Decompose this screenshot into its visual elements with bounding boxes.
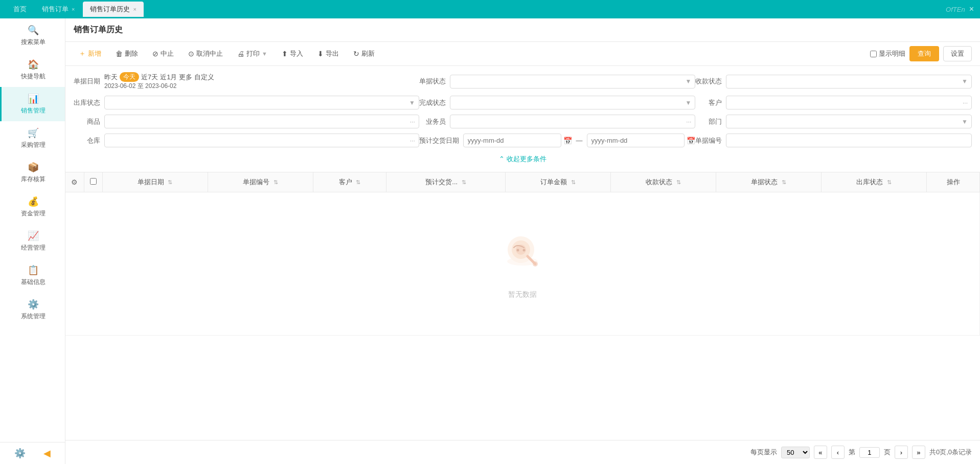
sidebar-item-purchase-mgmt[interactable]: 🛒采购管理: [0, 121, 65, 156]
tab-close-icon[interactable]: ×: [72, 6, 75, 12]
col-action: 操作: [927, 172, 980, 192]
query-button[interactable]: 查询: [909, 46, 939, 61]
sort-date-icon[interactable]: ⇅: [168, 179, 172, 185]
sidebar-item-quick-nav[interactable]: 🏠快捷导航: [0, 53, 65, 87]
import-button[interactable]: ⬆ 导入: [277, 47, 308, 61]
sys-mgmt-icon: ⚙️: [28, 299, 39, 310]
calendar-start-icon[interactable]: 📅: [563, 137, 572, 145]
date-more[interactable]: 更多: [179, 73, 192, 82]
last-page-btn[interactable]: »: [912, 446, 925, 459]
prev-page-btn[interactable]: ‹: [831, 446, 845, 459]
page-size-select[interactable]: 50 10 20 100: [781, 447, 810, 458]
select-all-checkbox[interactable]: [90, 178, 97, 185]
sidebar-item-sales-mgmt[interactable]: 📊销售管理: [0, 87, 65, 121]
sort-amount-icon[interactable]: ⇅: [571, 179, 576, 185]
sidebar-item-sys-mgmt[interactable]: ⚙️系统管理: [0, 293, 65, 327]
cancel-stop-button[interactable]: ⊙ 取消中止: [183, 47, 228, 61]
sidebar: 🔍搜索菜单🏠快捷导航📊销售管理🛒采购管理📦库存核算💰资金管理📈经营管理📋基础信息…: [0, 18, 65, 464]
date-7days[interactable]: 近7天: [141, 73, 158, 82]
page-total: 共0页,0条记录: [929, 448, 972, 457]
filter-date: 单据日期 昨天 今天 近7天 近1月 更多 自定义 2023-06-02 至 2…: [74, 72, 419, 91]
tab-销售订单历史[interactable]: 销售订单历史×: [83, 2, 143, 17]
filter-delivery-date: 预计交货日期 📅 — 📅: [419, 134, 696, 147]
complete-select-wrap: ▼: [450, 96, 696, 109]
delivery-date-end[interactable]: [587, 134, 685, 147]
doc-status-label: 单据状态: [419, 77, 450, 86]
sidebar-bottom: ⚙️ ◀: [0, 442, 65, 464]
customer-input[interactable]: [726, 96, 972, 109]
date-1month[interactable]: 近1月: [160, 73, 177, 82]
stop-button[interactable]: ⊘ 中止: [147, 47, 179, 61]
filter-row-3: 商品 ··· 业务员 ··· 部门: [74, 115, 972, 128]
filter-goods: 商品 ···: [74, 115, 419, 128]
goods-input-wrap: ···: [104, 115, 419, 128]
sidebar-item-inventory[interactable]: 📦库存核算: [0, 156, 65, 190]
sort-doc-status-icon[interactable]: ⇅: [782, 179, 786, 185]
sidebar-item-basic-info[interactable]: 📋基础信息: [0, 258, 65, 293]
sidebar-label-basic-info: 基础信息: [21, 278, 45, 286]
sidebar-settings-icon[interactable]: ⚙️: [14, 448, 26, 459]
col-delivery: 预计交货... ⇅: [386, 172, 505, 192]
goods-label: 商品: [74, 117, 104, 126]
refresh-button[interactable]: ↻ 刷新: [348, 47, 380, 61]
collapse-row[interactable]: ⌃ 收起更多条件: [74, 152, 972, 166]
doc-no-input[interactable]: [726, 134, 972, 147]
print-button[interactable]: 🖨 打印 ▼: [232, 47, 272, 61]
display-toggle[interactable]: 显示明细: [870, 49, 905, 58]
date-today[interactable]: 今天: [120, 72, 139, 82]
pagination: 每页显示 50 10 20 100 « ‹ 第 页 › » 共0页,0条记录: [65, 440, 980, 464]
col-out-stock: 出库状态 ⇅: [822, 172, 927, 192]
set-button[interactable]: 设置: [943, 46, 972, 61]
goods-input[interactable]: [104, 115, 419, 128]
doc-no-label: 单据编号: [695, 136, 726, 145]
sidebar-item-operations[interactable]: 📈经营管理: [0, 224, 65, 258]
tab-首页[interactable]: 首页: [6, 2, 34, 17]
tab-close-icon[interactable]: ×: [133, 6, 136, 12]
sidebar-item-finance[interactable]: 💰资金管理: [0, 190, 65, 224]
next-page-btn[interactable]: ›: [895, 446, 908, 459]
tab-bar: 首页销售订单×销售订单历史×: [6, 2, 946, 17]
sort-pay-status-icon[interactable]: ⇅: [676, 179, 681, 185]
complete-select[interactable]: [450, 96, 696, 109]
display-toggle-checkbox[interactable]: [870, 51, 877, 57]
sidebar-label-sales-mgmt: 销售管理: [21, 106, 45, 115]
date-yesterday[interactable]: 昨天: [104, 73, 118, 82]
col-customer: 客户 ⇅: [313, 172, 386, 192]
warehouse-input[interactable]: [104, 134, 419, 147]
inventory-icon: 📦: [28, 162, 39, 173]
sort-customer-icon[interactable]: ⇅: [356, 179, 360, 185]
doc-status-select[interactable]: [450, 75, 696, 89]
pay-status-select[interactable]: [726, 75, 972, 89]
page-title: 销售订单历史: [74, 25, 972, 35]
dept-select-wrap: ▼: [726, 115, 972, 128]
sort-delivery-icon[interactable]: ⇅: [462, 179, 466, 185]
page-input[interactable]: [859, 447, 880, 458]
first-page-btn[interactable]: «: [814, 446, 827, 459]
sidebar-item-search-menu[interactable]: 🔍搜索菜单: [0, 18, 65, 53]
out-stock-select[interactable]: [104, 96, 419, 109]
col-check: [84, 172, 102, 192]
svg-point-6: [517, 249, 519, 252]
warehouse-input-wrap: ···: [104, 134, 419, 147]
sort-out-stock-icon[interactable]: ⇅: [887, 179, 892, 185]
salesman-input[interactable]: [450, 115, 696, 128]
tab-销售订单[interactable]: 销售订单×: [35, 2, 82, 17]
sidebar-collapse-icon[interactable]: ◀: [43, 448, 51, 459]
filter-complete: 完成状态 ▼: [419, 96, 696, 109]
col-settings: ⚙: [65, 172, 84, 192]
empty-row: 暂无数据: [65, 192, 980, 336]
export-button[interactable]: ⬇ 导出: [312, 47, 344, 61]
window-close-btn[interactable]: ×: [969, 5, 974, 14]
table-settings-btn[interactable]: ⚙: [71, 178, 78, 186]
date-custom[interactable]: 自定义: [194, 73, 214, 82]
new-button[interactable]: ＋ 新增: [74, 47, 106, 61]
filter-out-stock: 出库状态 ▼: [74, 96, 419, 109]
sort-docno-icon[interactable]: ⇅: [274, 179, 278, 185]
delete-button[interactable]: 🗑 删除: [110, 47, 143, 61]
often-label: OfTEn: [946, 6, 965, 13]
dept-select[interactable]: [726, 115, 972, 128]
operations-icon: 📈: [28, 230, 39, 241]
calendar-end-icon[interactable]: 📅: [687, 137, 695, 145]
delivery-date-start[interactable]: [463, 134, 561, 147]
content-area: 销售订单历史 ＋ 新增 🗑 删除 ⊘ 中止 ⊙ 取消中止 🖨 打印 ▼: [65, 18, 980, 464]
